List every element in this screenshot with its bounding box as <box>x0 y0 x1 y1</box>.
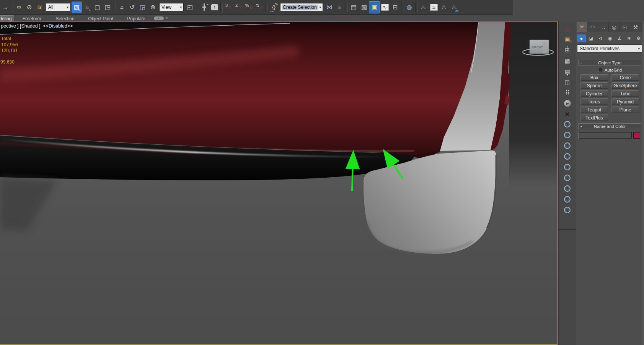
select-and-rotate-button[interactable]: ↺ <box>127 2 137 13</box>
scene-canvas[interactable]: FRONT <box>0 22 558 344</box>
tab-display[interactable]: ⊡ <box>620 23 630 32</box>
object-color-swatch[interactable] <box>633 132 640 139</box>
edit-named-selection-sets-button[interactable]: {} ✎ ABC <box>269 2 279 13</box>
help-icon[interactable]: ? <box>564 175 571 181</box>
help-icon[interactable]: ? <box>564 164 571 170</box>
magnet-icon: ∩ <box>239 5 243 10</box>
cylinder-button[interactable]: Cylinder <box>580 90 608 97</box>
tab-modify[interactable]: ◠ <box>587 23 598 32</box>
render-setup-button[interactable]: ♨ <box>418 2 429 13</box>
spinner-snap-toggle[interactable]: ⇅ ∩ <box>254 2 265 13</box>
category-geometry[interactable]: ● <box>577 34 586 42</box>
object-type-rollout-header[interactable]: - Object Type <box>578 60 641 65</box>
help-icon[interactable]: ? <box>564 132 571 138</box>
curve-editor-button[interactable]: ∿ <box>380 2 390 13</box>
tab-freeform[interactable]: Freeform <box>21 15 42 22</box>
angle-snap-toggle[interactable]: ∠ ∩ <box>234 2 244 13</box>
play-icon[interactable]: ▶ <box>564 100 571 107</box>
viewport-perspective[interactable]: FRONT pective ] [Shaded ] <<Disabled>> T… <box>0 21 558 345</box>
box-button[interactable]: Box <box>580 74 608 81</box>
geosphere-button[interactable]: GeoSphere <box>611 82 639 89</box>
help-icon[interactable]: ? <box>564 153 571 160</box>
cone-button[interactable]: Cone <box>611 74 639 81</box>
tab-motion[interactable]: ◎ <box>609 23 620 32</box>
help-icon[interactable]: ? <box>564 142 571 149</box>
percent-snap-toggle[interactable]: % ∩ <box>244 2 254 13</box>
keyboard-shortcut-override-toggle[interactable]: ↑ <box>209 2 220 13</box>
autogrid-checkbox[interactable] <box>598 68 602 72</box>
plane-button[interactable]: Plane <box>611 106 639 113</box>
category-lights[interactable]: ⊲ <box>596 34 605 42</box>
down-arrow-badge-icon: ▾ <box>566 73 568 77</box>
help-icon[interactable]: ? <box>564 121 571 128</box>
select-object-button[interactable]: ▧ ↖ <box>72 2 82 13</box>
tab-populate[interactable]: Populate <box>126 15 146 22</box>
category-helpers[interactable]: ∡ <box>615 34 624 42</box>
tube-button[interactable]: Tube <box>611 90 639 97</box>
category-cameras[interactable]: ◉ <box>606 34 615 42</box>
ribbon-options-caret[interactable]: ▾ <box>166 16 168 20</box>
name-color-rollout-header[interactable]: - Name and Color <box>578 123 641 129</box>
autogrid-label: AutoGrid <box>605 68 622 72</box>
layers-flatten-icon[interactable]: ▤ ▾ <box>563 68 572 75</box>
textplus-button[interactable]: TextPlus <box>580 114 608 121</box>
bind-to-space-warp-icon[interactable]: ≋ <box>34 2 45 13</box>
tab-create[interactable]: ☀ <box>577 22 587 32</box>
teapot-button[interactable]: Teapot <box>580 106 608 113</box>
ribbon-toggle-button[interactable]: ▣ <box>369 2 380 13</box>
select-by-name-button[interactable]: ≡ ↖ <box>82 2 92 13</box>
category-space-warps[interactable]: ≋ <box>624 34 633 42</box>
checker-pattern-icon[interactable]: ▩ <box>563 57 572 64</box>
history-arrow-icon[interactable]: → <box>1 2 10 13</box>
material-editor-button[interactable]: ◍ <box>404 2 414 13</box>
selection-filter-dropdown[interactable]: All ▾ <box>46 3 70 11</box>
teapot-icon[interactable]: ♨ <box>563 25 572 32</box>
unlink-selection-icon[interactable]: ⊘ <box>24 2 34 13</box>
category-systems[interactable]: ⚙ <box>634 34 643 42</box>
render-in-cloud-button[interactable]: ♨ ☁ <box>449 2 460 13</box>
mirror-button[interactable]: ⋈ <box>324 2 334 13</box>
lattice-cube-icon[interactable]: ⠿ <box>563 89 572 96</box>
tab-utilities[interactable]: ⚒ <box>630 23 641 32</box>
help-icon[interactable]: ? <box>564 185 571 192</box>
select-and-link-icon[interactable]: ∞ <box>14 2 24 13</box>
help-icon[interactable]: ? <box>564 196 571 203</box>
select-and-move-button[interactable]: ↔ ↕ <box>117 2 127 13</box>
snaps-toggle-3d[interactable]: 3 ∩ <box>223 2 234 13</box>
select-and-scale-button[interactable]: ◲ <box>137 2 148 13</box>
category-shapes[interactable]: ◪ <box>587 34 595 42</box>
viewport-label[interactable]: pective ] [Shaded ] <<Disabled>> <box>1 23 73 29</box>
select-and-manipulate-button[interactable]: ╋ • <box>199 2 209 13</box>
tab-hierarchy[interactable]: ∴ <box>598 23 609 32</box>
command-panel-tabs: ☀ ◠ ∴ ◎ ⊡ ⚒ <box>577 22 642 32</box>
layer-explorer-toggle[interactable]: ▧ <box>359 2 369 13</box>
schematic-view-button[interactable]: ⊟ <box>390 2 400 13</box>
minimize-ribbon-button[interactable]: ▾ <box>154 16 164 20</box>
tab-selection[interactable]: Selection <box>54 15 76 22</box>
scene-explorer-toggle[interactable]: ▤ <box>349 2 359 13</box>
tab-object-paint[interactable]: Object Paint <box>86 15 115 22</box>
use-pivot-point-center-button[interactable]: ◰ <box>185 2 195 13</box>
reference-coordinate-system-dropdown[interactable]: View ▾ <box>159 3 184 11</box>
named-selection-sets-dropdown[interactable]: Create Selection Se ▾ <box>280 3 323 11</box>
rectangular-selection-region-button[interactable]: ▢ <box>92 2 103 13</box>
help-icon[interactable]: ? <box>564 207 571 213</box>
delete-badge-icon: × <box>570 40 572 43</box>
pyramid-button[interactable]: Pyramid <box>611 98 639 105</box>
object-type-buttons: Box Cone Sphere GeoSphere Cylinder Tube … <box>580 74 640 121</box>
render-production-button[interactable]: ♨ <box>439 2 449 13</box>
torus-button[interactable]: Torus <box>580 98 608 105</box>
tab-modeling[interactable]: Modeling <box>0 15 14 22</box>
box-delete-icon[interactable]: ▣ × <box>563 36 572 43</box>
align-button[interactable]: ≡ <box>334 2 345 13</box>
select-and-place-button[interactable]: ⊚ <box>148 2 158 13</box>
grid-rise-icon[interactable]: ⊞ ↑ <box>563 46 572 54</box>
viewport-active-border <box>557 21 558 345</box>
split-panels-icon[interactable]: ◫ <box>563 78 572 86</box>
window-crossing-toggle[interactable]: ◳ <box>103 2 113 13</box>
object-name-field[interactable] <box>579 132 632 139</box>
sphere-button[interactable]: Sphere <box>580 82 608 89</box>
close-icon[interactable]: × <box>563 110 572 118</box>
primitive-category-dropdown[interactable]: Standard Primitives ▾ <box>577 44 642 52</box>
rendered-frame-window-button[interactable]: ♨ <box>429 2 439 13</box>
